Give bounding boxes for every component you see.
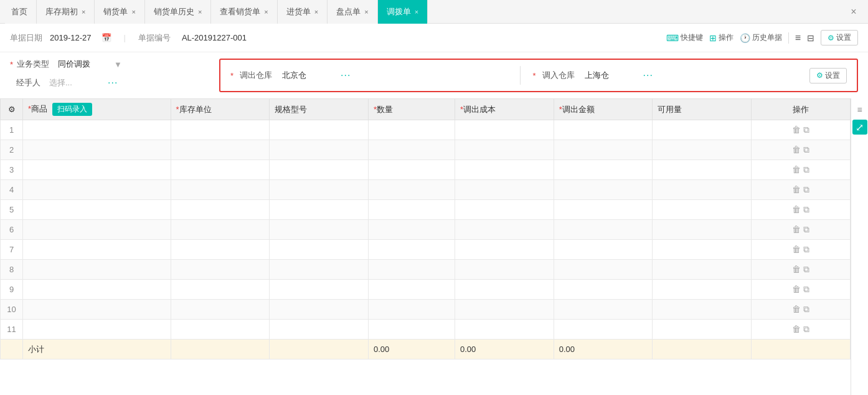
table-row: 10🗑⧉ <box>1 300 851 320</box>
tab-sales-order-close[interactable]: × <box>131 8 135 16</box>
delete-icon[interactable]: 🗑 <box>792 304 801 314</box>
copy-icon[interactable]: ⧉ <box>803 324 809 334</box>
copy-icon[interactable]: ⧉ <box>803 125 809 135</box>
warehouse-divider <box>520 66 521 85</box>
table-row: 4🗑⧉ <box>1 180 851 200</box>
business-type-row: * 业务类型 同价调拨 ▼ <box>10 59 209 70</box>
layout-grid-icon: ⊟ <box>807 33 814 43</box>
delete-icon[interactable]: 🗑 <box>792 264 801 274</box>
warehouse-out-value[interactable]: 北京仓 <box>282 70 332 81</box>
tab-inventory-init[interactable]: 库存期初 × <box>37 0 95 24</box>
copy-icon[interactable]: ⧉ <box>803 145 809 155</box>
tab-sales-history[interactable]: 销货单历史 × <box>145 0 211 24</box>
tab-purchase-order-close[interactable]: × <box>314 8 318 16</box>
tab-bar: 首页 库存期初 × 销货单 × 销货单历史 × 查看销货单 × 进货单 × 盘点… <box>0 0 868 24</box>
tab-sales-order[interactable]: 销货单 × <box>95 0 144 24</box>
tab-home-label: 首页 <box>11 6 27 17</box>
tab-inventory-check[interactable]: 盘点单 × <box>328 0 377 24</box>
tab-transfer-order-close[interactable]: × <box>415 8 418 16</box>
tab-inventory-check-close[interactable]: × <box>364 8 368 16</box>
data-table: ⚙ *商品 扫码录入 *库存单位 规格型号 *数量 *调出成本 *调出金额 可用… <box>0 98 851 359</box>
delete-icon[interactable]: 🗑 <box>792 204 801 214</box>
delete-icon[interactable]: 🗑 <box>792 125 801 135</box>
table-row: 3🗑⧉ <box>1 160 851 180</box>
operator-value[interactable]: 选择... <box>49 77 99 88</box>
copy-icon[interactable]: ⧉ <box>803 284 809 294</box>
tab-purchase-order[interactable]: 进货单 × <box>278 0 328 24</box>
tab-view-sales[interactable]: 查看销货单 × <box>211 0 277 24</box>
col-gear[interactable]: ⚙ <box>1 99 23 120</box>
layout-grid-button[interactable]: ⊟ <box>807 33 814 43</box>
tab-inventory-init-close[interactable]: × <box>82 8 85 16</box>
warehouse-in-label: 调入仓库 <box>542 70 575 81</box>
col-unit: *库存单位 <box>171 99 270 120</box>
warehouse-out-section: * 调出仓库 北京仓 ··· <box>230 70 507 81</box>
sidebar-list-icon[interactable]: ≡ <box>852 102 867 117</box>
table-row: 7🗑⧉ <box>1 240 851 260</box>
history-button[interactable]: 🕐 历史单据 <box>740 32 782 43</box>
business-type-value[interactable]: 同价调拨 <box>58 59 108 70</box>
copy-icon[interactable]: ⧉ <box>803 264 809 274</box>
shortcuts-label: 快捷键 <box>681 32 703 43</box>
calendar-icon[interactable]: 📅 <box>101 33 111 42</box>
col-cost: *调出成本 <box>455 99 554 120</box>
table-row: 2🗑⧉ <box>1 140 851 160</box>
toolbar-divider <box>788 32 789 44</box>
table-row: 9🗑⧉ <box>1 280 851 300</box>
delete-icon[interactable]: 🗑 <box>792 145 801 155</box>
tab-view-sales-close[interactable]: × <box>264 8 268 16</box>
delete-icon[interactable]: 🗑 <box>792 324 801 334</box>
warehouse-out-required: * <box>230 71 234 80</box>
copy-icon[interactable]: ⧉ <box>803 244 809 254</box>
delete-icon[interactable]: 🗑 <box>792 184 801 194</box>
warehouse-out-label: 调出仓库 <box>240 70 272 81</box>
col-avail: 可用量 <box>653 99 752 120</box>
subtotal-qty: 0.00 <box>369 340 455 359</box>
copy-icon[interactable]: ⧉ <box>803 164 809 174</box>
delete-icon[interactable]: 🗑 <box>792 164 801 174</box>
layout-list-button[interactable]: ≡ <box>795 32 801 44</box>
tab-transfer-order[interactable]: 调拨单 × <box>378 0 428 24</box>
delete-icon[interactable]: 🗑 <box>792 284 801 294</box>
tab-purchase-order-label: 进货单 <box>286 6 311 17</box>
shortcuts-button[interactable]: ⌨ 快捷键 <box>666 32 703 43</box>
business-type-label: 业务类型 <box>17 59 49 70</box>
business-type-dropdown-icon[interactable]: ▼ <box>114 60 122 69</box>
delete-icon[interactable]: 🗑 <box>792 224 801 234</box>
subtotal-amount: 0.00 <box>554 340 653 359</box>
shortcuts-icon: ⌨ <box>666 33 679 43</box>
table-header-row: ⚙ *商品 扫码录入 *库存单位 规格型号 *数量 *调出成本 *调出金额 可用… <box>1 99 851 120</box>
number-value: AL-20191227-001 <box>182 33 247 42</box>
warehouse-in-section: * 调入仓库 上海仓 ··· <box>533 70 810 81</box>
warehouse-in-more-button[interactable]: ··· <box>643 70 653 81</box>
tab-sales-history-close[interactable]: × <box>198 8 202 16</box>
copy-icon[interactable]: ⧉ <box>803 224 809 234</box>
warehouse-settings-button[interactable]: ⚙ 设置 <box>809 68 847 83</box>
form-area: * 业务类型 同价调拨 ▼ 经手人 选择... ··· * 调出仓库 北京仓 ·… <box>0 52 868 98</box>
toolbar-left: 单据日期 2019-12-27 📅 | 单据编号 AL-20191227-001 <box>10 32 247 44</box>
main-content: ⚙ *商品 扫码录入 *库存单位 规格型号 *数量 *调出成本 *调出金额 可用… <box>0 98 868 395</box>
col-amount: *调出金额 <box>554 99 653 120</box>
operator-more-button[interactable]: ··· <box>108 77 118 88</box>
warehouse-out-more-button[interactable]: ··· <box>341 70 351 81</box>
tab-transfer-order-label: 调拨单 <box>387 6 411 17</box>
tab-view-sales-label: 查看销货单 <box>220 6 260 17</box>
copy-icon[interactable]: ⧉ <box>803 304 809 314</box>
date-label: 单据日期 <box>10 32 42 44</box>
tab-inventory-init-label: 库存期初 <box>45 6 78 17</box>
scan-button[interactable]: 扫码录入 <box>52 103 92 116</box>
copy-icon[interactable]: ⧉ <box>803 204 809 214</box>
global-close-button[interactable]: × <box>844 0 863 24</box>
table-container: ⚙ *商品 扫码录入 *库存单位 规格型号 *数量 *调出成本 *调出金额 可用… <box>0 98 851 395</box>
warehouse-in-value[interactable]: 上海仓 <box>585 70 634 81</box>
copy-icon[interactable]: ⧉ <box>803 184 809 194</box>
table-row: 5🗑⧉ <box>1 200 851 220</box>
tab-home[interactable]: 首页 <box>5 0 37 24</box>
operations-button[interactable]: ⊞ 操作 <box>709 32 734 43</box>
delete-icon[interactable]: 🗑 <box>792 244 801 254</box>
table-row: 6🗑⧉ <box>1 220 851 240</box>
col-op: 操作 <box>752 99 851 120</box>
settings-button[interactable]: ⚙ 设置 <box>821 30 858 45</box>
sidebar-expand-icon[interactable]: ⤢ <box>852 120 867 135</box>
table-row: 11🗑⧉ <box>1 320 851 340</box>
